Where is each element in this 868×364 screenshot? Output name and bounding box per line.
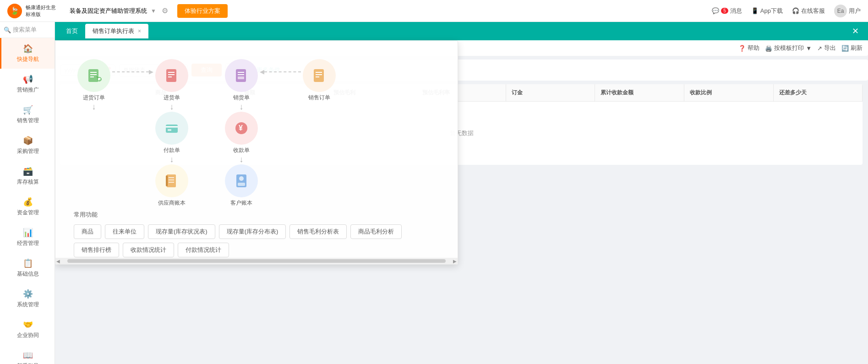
svg-rect-6: [166, 69, 176, 82]
sales-icon: 🛒: [23, 105, 33, 115]
svg-text:¥: ¥: [239, 124, 243, 132]
sidebar: 🔍 搜索菜单 🏠 快捷导航 📢 营销推广 🛒 销售管理 📦 采购管理 🗃️ 库存…: [0, 22, 55, 364]
system-icon: ⚙️: [23, 289, 33, 299]
node-customer-ledger-label: 客户账本: [230, 199, 252, 207]
online-service-action[interactable]: 🎧 在线客服: [792, 7, 825, 15]
sidebar-item-quicknav[interactable]: 🏠 快捷导航: [0, 38, 55, 69]
sidebar-item-marketing[interactable]: 📢 营销推广: [0, 69, 55, 99]
svg-rect-18: [236, 69, 246, 82]
sidebar-item-guide[interactable]: 📖 新手引导: [0, 345, 55, 364]
func-btn-sales-rank[interactable]: 销售排行榜: [74, 243, 119, 257]
header-right: 💬 5 消息 📱 App下载 🎧 在线客服 Ea 用户: [712, 5, 861, 17]
basic-icon: 📋: [23, 258, 33, 268]
tab-bar-close-icon[interactable]: ✕: [846, 26, 864, 36]
sidebar-item-label: 销售管理: [17, 117, 39, 125]
func-btn-stock-dist[interactable]: 现存量(库存分布表): [219, 224, 286, 239]
avatar: Ea: [834, 5, 847, 17]
operations-icon: 📊: [23, 228, 33, 238]
sidebar-search[interactable]: 🔍 搜索菜单: [0, 22, 55, 38]
app-download-action[interactable]: 📱 App下载: [751, 7, 783, 15]
node-sales-order[interactable]: [303, 59, 336, 92]
func-buttons-row2: 销售排行榜 收款情况统计 付款情况统计: [74, 243, 439, 257]
func-btn-receipt-stats[interactable]: 收款情况统计: [123, 243, 174, 257]
func-btn-sales-profit[interactable]: 销售毛利分析表: [289, 224, 347, 239]
scroll-left-icon[interactable]: ◀: [56, 259, 60, 264]
tab-close-icon[interactable]: ×: [138, 28, 141, 34]
home-icon: 🏠: [23, 43, 33, 54]
sidebar-item-operations[interactable]: 📊 经营管理: [0, 222, 55, 253]
settings-icon[interactable]: ⚙: [162, 6, 168, 15]
help-button[interactable]: ❓ 帮助: [738, 44, 759, 52]
scroll-right-icon[interactable]: ▶: [453, 259, 457, 264]
message-action[interactable]: 💬 5 消息: [712, 7, 742, 15]
arrow-down-4: ↓: [240, 103, 244, 111]
search-icon: 🔍: [4, 27, 11, 33]
trial-button[interactable]: 体验行业方案: [177, 4, 228, 18]
node-supplier-ledger[interactable]: [155, 164, 188, 197]
scroll-bar[interactable]: ◀ ▶: [55, 258, 458, 264]
node-purchase-order[interactable]: ✓: [77, 59, 110, 92]
sidebar-item-basic[interactable]: 📋 基础信息: [0, 253, 55, 283]
arrow-left-dashed: ◀: [260, 68, 301, 75]
sidebar-item-collab[interactable]: 🤝 企业协同: [0, 314, 55, 345]
sidebar-item-system[interactable]: ⚙️ 系统管理: [0, 283, 55, 314]
logo-icon: 🍃: [7, 4, 22, 18]
sidebar-item-sales[interactable]: 🛒 销售管理: [0, 99, 55, 130]
print-dropdown-icon: ▼: [806, 45, 812, 52]
tab-bar: 首页 销售订单执行表 × ✕: [55, 22, 868, 40]
refresh-button[interactable]: 🔄 刷新: [841, 44, 863, 52]
print-icon: 🖨️: [765, 45, 772, 52]
export-icon: ↗: [817, 45, 822, 52]
flow-diagram: ✓ 进货订单 ↓ ▶ 进货单: [66, 52, 447, 211]
system-name: 装备及固定资产辅助管理系统: [70, 7, 147, 15]
tab-home[interactable]: 首页: [59, 24, 85, 38]
message-badge: 5: [721, 8, 728, 14]
system-title: 装备及固定资产辅助管理系统 ▼ ⚙ 体验行业方案: [62, 4, 712, 18]
func-btn-payment-stats[interactable]: 付款情况统计: [178, 243, 229, 257]
collab-icon: 🤝: [23, 320, 33, 330]
col-days-left: 还差多少天: [774, 84, 863, 101]
inventory-icon: 🗃️: [23, 166, 33, 176]
marketing-icon: 📢: [23, 74, 33, 84]
func-btn-partner[interactable]: 往来单位: [105, 224, 144, 239]
svg-rect-21: [238, 76, 244, 79]
export-button[interactable]: ↗ 导出: [817, 44, 836, 52]
user-action[interactable]: Ea 用户: [834, 5, 861, 17]
sidebar-item-purchase[interactable]: 📦 采购管理: [0, 130, 55, 161]
main-content: 首页 销售订单执行表 × ✕ ❓ 帮助 🖨️ 按模板打印 ▼ ↗ 导出 🔄 刷新…: [55, 22, 868, 364]
arrow-down-5: ↓: [240, 155, 244, 163]
svg-rect-12: [168, 129, 171, 131]
node-payment-out[interactable]: [155, 112, 188, 145]
tab-active[interactable]: 销售订单执行表 ×: [85, 24, 148, 38]
node-purchase[interactable]: [155, 59, 188, 92]
message-label: 消息: [730, 7, 742, 15]
svg-point-25: [239, 176, 244, 181]
help-icon: ❓: [738, 45, 746, 52]
sidebar-item-inventory[interactable]: 🗃️ 库存核算: [0, 161, 55, 191]
svg-rect-26: [238, 183, 245, 186]
node-customer-ledger[interactable]: [225, 164, 258, 197]
common-func-title: 常用功能: [74, 211, 439, 219]
refresh-icon: 🔄: [841, 45, 849, 52]
sidebar-item-label: 营销推广: [17, 86, 39, 94]
node-sales[interactable]: [225, 59, 258, 92]
guide-icon: 📖: [23, 350, 33, 360]
func-btn-product[interactable]: 商品: [74, 224, 101, 239]
col-receipt-ratio: 收款比例: [684, 84, 774, 101]
func-btn-product-profit[interactable]: 商品毛利分析: [350, 224, 402, 239]
finance-icon: 💰: [23, 197, 33, 207]
func-buttons-row1: 商品 往来单位 现存量(库存状况表) 现存量(库存分布表) 销售毛利分析表 商品…: [74, 224, 439, 239]
sidebar-item-finance[interactable]: 💰 资金管理: [0, 191, 55, 222]
arrow-right-dashed-1: ▶: [112, 68, 153, 75]
arrow-down-1: ↓: [92, 103, 96, 111]
common-functions: 常用功能 商品 往来单位 现存量(库存状况表) 现存量(库存分布表) 销售毛利分…: [66, 211, 447, 257]
scroll-thumb[interactable]: [67, 259, 446, 263]
svg-rect-14: [166, 175, 168, 186]
func-btn-stock-status[interactable]: 现存量(库存状况表): [148, 224, 215, 239]
node-payment-in[interactable]: ¥: [225, 112, 258, 145]
template-print-button[interactable]: 🖨️ 按模板打印 ▼: [765, 44, 812, 52]
dropdown-arrow-icon[interactable]: ▼: [151, 8, 156, 14]
modal-overlay: ✓ 进货订单 ↓ ▶ 进货单: [55, 40, 458, 265]
download-icon: 📱: [751, 7, 759, 14]
node-supplier-ledger-label: 供应商账本: [158, 199, 186, 207]
